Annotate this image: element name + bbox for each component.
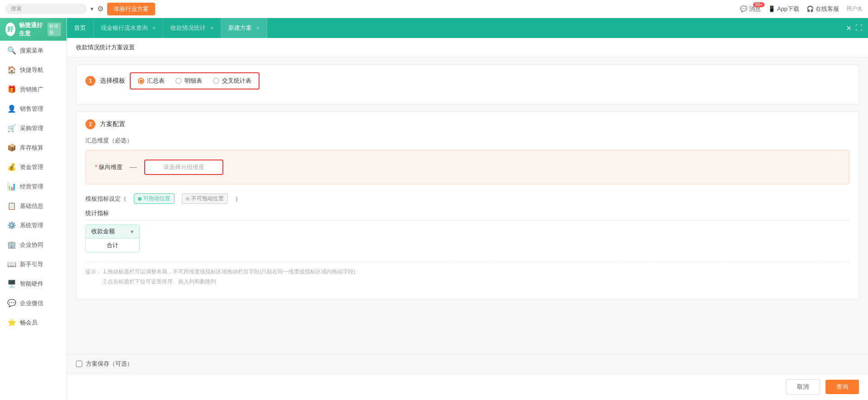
dimension-select[interactable]: 请选择分组维度	[144, 160, 223, 175]
arrow-icon: —	[130, 163, 137, 171]
sidebar-logo: 好 畅捷通好生意 标准版	[0, 18, 66, 41]
sidebar-item-label: 快捷导航	[20, 66, 43, 74]
radio-summary[interactable]: 汇总表	[138, 77, 165, 85]
sidebar-item-operations[interactable]: 📊 经营管理	[0, 177, 66, 196]
sidebar-item-sales[interactable]: 👤 销售管理	[0, 99, 66, 118]
radio-summary-circle	[138, 78, 144, 84]
sidebar-item-label: 畅会员	[20, 319, 38, 327]
metrics-section: 模板指标设定（ 可拖动位置 不可拖动位置 ）	[85, 193, 849, 254]
tab-bar-actions: ✕ ⛶	[840, 18, 868, 38]
tips-section: 提示： 1.拖动标题栏可以调整布局，不可跨维度或指标区域拖动栏目字段(只能在同一…	[85, 261, 849, 292]
sidebar-item-label: 营销推广	[20, 85, 43, 94]
sidebar-item-enterprise[interactable]: 🏢 企业协同	[0, 235, 66, 254]
main-layout: 好 畅捷通好生意 标准版 🔍 搜索菜单 🏠 快捷导航 🎁 营销推广 👤 销售管理	[0, 18, 868, 400]
metrics-header: 模板指标设定（ 可拖动位置 不可拖动位置 ）	[85, 193, 849, 204]
close-bank-flow-icon[interactable]: ×	[152, 25, 156, 31]
cancel-button[interactable]: 取消	[786, 379, 820, 395]
metrics-dropdown-icon[interactable]: ▾	[131, 228, 134, 235]
tab-receipt-stat[interactable]: 收款情况统计 ×	[163, 18, 221, 38]
close-receipt-stat-icon[interactable]: ×	[210, 25, 213, 31]
sidebar-item-search-menu[interactable]: 🔍 搜索菜单	[0, 41, 66, 60]
tab-new-plan[interactable]: 新建方案 ×	[221, 18, 267, 38]
radio-detail[interactable]: 明细表	[175, 77, 202, 85]
sidebar-item-label: 企业协同	[20, 241, 43, 249]
tab-bar: 首页 现金银行流水查询 × 收款情况统计 × 新建方案 × ✕ ⛶	[67, 18, 868, 38]
step2-header: 2 方案配置	[85, 119, 849, 129]
radio-cross-stat-circle	[213, 78, 219, 84]
metrics-col-header: 收款金额	[91, 227, 115, 235]
section-content: 1 选择模板 汇总表 明细表	[67, 57, 868, 354]
radio-summary-label: 汇总表	[147, 77, 165, 85]
online-service-button[interactable]: 🎧 在线客服	[807, 5, 839, 13]
content-area: 首页 现金银行流水查询 × 收款情况统计 × 新建方案 × ✕ ⛶	[67, 18, 868, 400]
operations-icon: 📊	[7, 182, 16, 191]
sidebar-item-system[interactable]: ⚙️ 系统管理	[0, 216, 66, 235]
logo-text: 畅捷通好生意	[19, 21, 44, 38]
search-box[interactable]: 搜索	[5, 4, 87, 14]
step2-block: 2 方案配置 汇总维度（必选） * 纵向维度 —	[76, 112, 859, 300]
close-all-tabs-icon[interactable]: ✕	[846, 24, 852, 33]
page-title: 收款情况统计方案设置	[76, 44, 135, 51]
tab-bank-flow[interactable]: 现金银行流水查询 ×	[94, 18, 163, 38]
metrics-table: 收款金额 ▾ 合计	[85, 224, 140, 253]
radio-detail-label: 明细表	[184, 77, 202, 85]
system-icon: ⚙️	[7, 221, 16, 230]
radio-cross-stat-label: 交叉统计表	[222, 77, 251, 85]
dimension-area: * 纵向维度 — 请选择分组维度	[85, 150, 849, 184]
inventory-icon: 📦	[7, 143, 16, 152]
tab-home[interactable]: 首页	[67, 18, 94, 38]
sidebar-item-inventory[interactable]: 📦 库存核算	[0, 138, 66, 157]
step2-number: 2	[85, 119, 95, 129]
dropdown-arrow-icon[interactable]: ▾	[90, 5, 94, 12]
save-checkbox[interactable]	[76, 361, 82, 367]
sidebar-item-label: 智能硬件	[20, 280, 43, 288]
sidebar-item-basic-info[interactable]: 📋 基础信息	[0, 196, 66, 216]
industry-button[interactable]: 体验行业方案	[107, 3, 155, 15]
finance-icon: 💰	[7, 163, 16, 171]
metrics-table-row: 合计	[86, 239, 139, 252]
radio-cross-stat[interactable]: 交叉统计表	[213, 77, 251, 85]
marketing-icon: 🎁	[7, 85, 16, 94]
app-download-button[interactable]: 📱 App下载	[768, 5, 799, 13]
metrics-table-header: 收款金额 ▾	[86, 225, 139, 239]
step1-title: 选择模板	[100, 77, 125, 85]
step2-title: 方案配置	[100, 120, 125, 128]
basic-info-icon: 📋	[7, 202, 16, 210]
draggable-badge: 可拖动位置	[134, 193, 175, 204]
query-button[interactable]: 查询	[826, 380, 859, 394]
sidebar-item-finance[interactable]: 💰 资金管理	[0, 157, 66, 177]
drag-dot-icon	[138, 197, 142, 201]
sidebar-item-purchase[interactable]: 🛒 采购管理	[0, 118, 66, 138]
sidebar-item-member[interactable]: ⭐ 畅会员	[0, 313, 66, 332]
tab-bank-flow-label: 现金银行流水查询	[101, 24, 148, 32]
sidebar-item-guide[interactable]: 📖 新手引导	[0, 254, 66, 274]
logo-badge: 标准版	[47, 23, 61, 36]
notification-button[interactable]: 💬 消息 99+	[740, 5, 761, 13]
sidebar-item-wechat[interactable]: 💬 企业微信	[0, 293, 66, 313]
maximize-icon[interactable]: ⛶	[855, 24, 863, 32]
service-icon: 🎧	[807, 5, 814, 12]
username-label: 用户名	[846, 5, 863, 13]
gear-icon[interactable]: ⚙	[97, 5, 104, 13]
sidebar-item-label: 新手引导	[20, 260, 43, 268]
tip-row-1: 提示： 1.拖动标题栏可以调整布局，不可跨维度或指标区域拖动栏目字段(只能在同一…	[85, 267, 849, 277]
guide-icon: 📖	[7, 260, 16, 268]
close-new-plan-icon[interactable]: ×	[256, 25, 259, 31]
sidebar-item-label: 基础信息	[20, 202, 43, 210]
step1-header: 1 选择模板 汇总表 明细表	[85, 72, 849, 89]
sales-icon: 👤	[7, 104, 16, 113]
dimension-row: * 纵向维度 — 请选择分组维度	[95, 160, 840, 175]
sidebar-item-quick-nav[interactable]: 🏠 快捷导航	[0, 60, 66, 80]
page-header: 收款情况统计方案设置	[67, 38, 868, 57]
sidebar-item-marketing[interactable]: 🎁 营销推广	[0, 80, 66, 99]
vertical-dim-label: * 纵向维度	[95, 163, 123, 171]
wechat-icon: 💬	[7, 299, 16, 307]
top-bar-left: 搜索 ▾ ⚙ 体验行业方案	[5, 3, 740, 15]
purchase-icon: 🛒	[7, 124, 16, 132]
sidebar-item-label: 资金管理	[20, 163, 43, 171]
search-text: 搜索	[11, 5, 22, 12]
smart-hw-icon: 🖥️	[7, 279, 16, 288]
page-content: 收款情况统计方案设置 1 选择模板 汇总表	[67, 38, 868, 400]
sidebar-menu: 🔍 搜索菜单 🏠 快捷导航 🎁 营销推广 👤 销售管理 🛒 采购管理 📦	[0, 41, 66, 400]
sidebar-item-smart-hw[interactable]: 🖥️ 智能硬件	[0, 274, 66, 293]
